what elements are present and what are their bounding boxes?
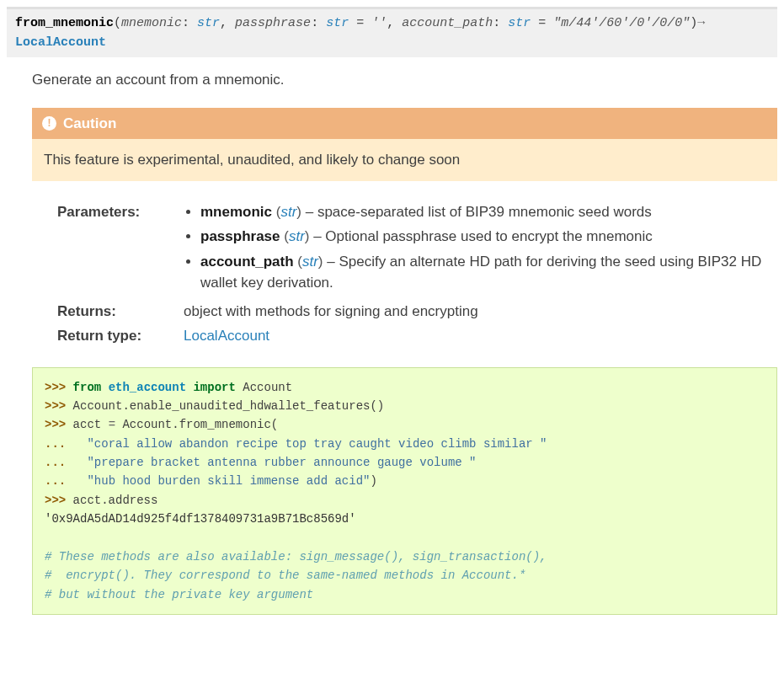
type-link-str[interactable]: str [197,16,220,30]
field-list: Parameters: mnemonic (str) – space-separ… [57,201,777,347]
function-name: from_mnemonic [15,16,114,30]
admonition-title: ! Caution [32,108,777,140]
param-mnemonic: mnemonic [121,16,182,30]
type-link-str[interactable]: str [326,16,349,30]
caution-admonition: ! Caution This feature is experimental, … [32,108,777,181]
param-passphrase: passphrase [235,16,311,30]
returns-value: object with methods for signing and encr… [184,301,777,323]
function-signature: from_mnemonic(mnemonic: str, passphrase:… [7,7,777,57]
admonition-body: This feature is experimental, unaudited,… [32,139,777,181]
admonition-title-text: Caution [63,113,116,135]
exclamation-icon: ! [42,116,56,131]
returns-label: Returns: [57,301,184,323]
return-type-label: Return type: [57,325,184,347]
default-account-path: "m/44'/60'/0'/0/0" [553,16,690,30]
parameters-label: Parameters: [57,201,184,223]
return-type-link[interactable]: LocalAccount [15,35,106,50]
example-code-block: >>> from eth_account import Account >>> … [32,367,777,616]
param-item-passphrase: passphrase (str) – Optional passphrase u… [200,226,777,248]
type-link-str[interactable]: str [289,228,305,244]
type-link-str[interactable]: str [280,204,296,220]
default-passphrase: '' [371,16,387,30]
type-link-str[interactable]: str [508,16,531,30]
parameters-list: mnemonic (str) – space-separated list of… [184,201,777,294]
return-type-link[interactable]: LocalAccount [184,328,269,344]
param-account-path: account_path [402,16,493,30]
type-link-str[interactable]: str [302,254,318,270]
function-summary: Generate an account from a mnemonic. [32,69,777,91]
param-item-mnemonic: mnemonic (str) – space-separated list of… [200,201,777,223]
param-item-account-path: account_path (str) – Specify an alternat… [200,251,777,294]
return-arrow: → [697,16,705,30]
